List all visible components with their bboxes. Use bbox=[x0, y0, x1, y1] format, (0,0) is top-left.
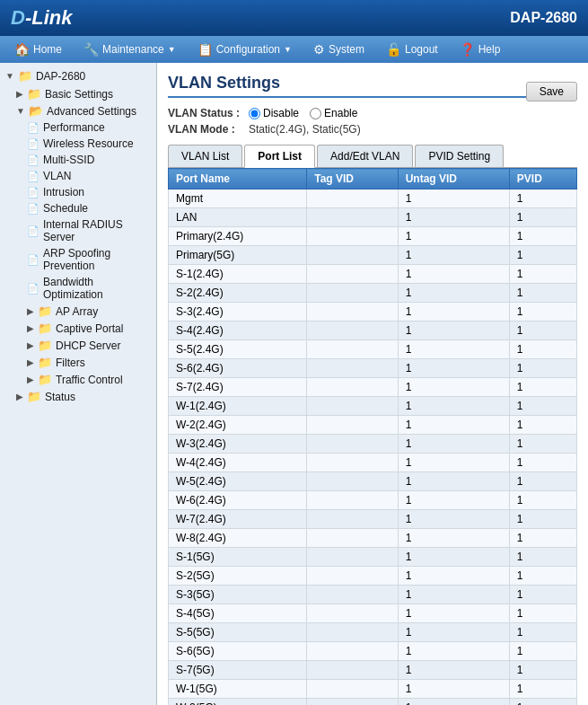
table-row: S-4(5G)11 bbox=[169, 604, 577, 623]
cell-port: S-2(5G) bbox=[169, 567, 307, 586]
radio-disable-input[interactable] bbox=[249, 108, 260, 119]
table-row: S-7(5G)11 bbox=[169, 661, 577, 680]
cell-pvid: 1 bbox=[509, 454, 576, 472]
cell-pvid: 1 bbox=[509, 586, 576, 604]
sidebar-item-multi-ssid[interactable]: 📄 Multi-SSID bbox=[22, 152, 156, 168]
sidebar-item-basic-settings[interactable]: ▶ 📁 Basic Settings bbox=[11, 85, 156, 102]
nav-system[interactable]: ⚙ System bbox=[303, 36, 375, 63]
cell-tag bbox=[307, 623, 398, 642]
sidebar-item-performance[interactable]: 📄 Performance bbox=[22, 119, 156, 136]
cell-tag bbox=[307, 586, 398, 604]
sidebar-item-wireless-resource[interactable]: 📄 Wireless Resource bbox=[22, 136, 156, 152]
sidebar-root-dap[interactable]: ▼ 📁 DAP-2680 bbox=[0, 66, 156, 85]
filters-expand-icon: ▶ bbox=[27, 357, 34, 367]
traffic-folder-icon: 📁 bbox=[38, 373, 52, 386]
cell-pvid: 1 bbox=[509, 680, 576, 699]
cell-untag: 1 bbox=[398, 189, 509, 208]
sidebar-item-vlan[interactable]: 📄 VLAN bbox=[22, 168, 156, 184]
cell-tag bbox=[307, 510, 398, 529]
table-row: S-5(5G)11 bbox=[169, 623, 577, 642]
table-row: W-4(2.4G)11 bbox=[169, 454, 577, 472]
cell-tag bbox=[307, 208, 398, 227]
basic-expand-icon: ▶ bbox=[16, 89, 23, 99]
nav-home[interactable]: 🏠 Home bbox=[4, 36, 73, 63]
cell-tag bbox=[307, 642, 398, 661]
table-row: S-3(2.4G)11 bbox=[169, 303, 577, 322]
sidebar-item-filters[interactable]: ▶ 📁 Filters bbox=[22, 354, 156, 371]
radio-enable[interactable]: Enable bbox=[310, 107, 357, 119]
col-tag-vid: Tag VID bbox=[307, 169, 398, 189]
tab-pvid-setting[interactable]: PVID Setting bbox=[415, 145, 504, 167]
sidebar-item-ap-array[interactable]: ▶ 📁 AP Array bbox=[22, 303, 156, 320]
top-header: D-Link DAP-2680 bbox=[0, 0, 588, 36]
nav-logout[interactable]: 🔓 Logout bbox=[375, 36, 449, 63]
cell-pvid: 1 bbox=[509, 491, 576, 510]
cell-port: S-5(5G) bbox=[169, 623, 307, 642]
cell-untag: 1 bbox=[398, 491, 509, 510]
cell-pvid: 1 bbox=[509, 265, 576, 284]
cell-pvid: 1 bbox=[509, 322, 576, 340]
cell-port: S-6(2.4G) bbox=[169, 359, 307, 378]
table-row: Primary(2.4G)11 bbox=[169, 227, 577, 246]
sidebar-item-arp-spoofing[interactable]: 📄 ARP Spoofing Prevention bbox=[22, 245, 156, 274]
table-row: W-8(2.4G)11 bbox=[169, 529, 577, 548]
cell-pvid: 1 bbox=[509, 416, 576, 435]
save-button[interactable]: Save bbox=[526, 82, 577, 101]
cell-port: S-1(5G) bbox=[169, 548, 307, 567]
radio-disable[interactable]: Disable bbox=[249, 107, 299, 119]
cell-pvid: 1 bbox=[509, 642, 576, 661]
cell-port: S-3(2.4G) bbox=[169, 303, 307, 322]
tab-add-edit-vlan[interactable]: Add/Edt VLAN bbox=[317, 145, 413, 167]
table-row: S-5(2.4G)11 bbox=[169, 340, 577, 359]
sidebar-item-intrusion[interactable]: 📄 Intrusion bbox=[22, 184, 156, 200]
vlan-doc-icon: 📄 bbox=[27, 171, 39, 182]
cell-pvid: 1 bbox=[509, 208, 576, 227]
nav-maintenance[interactable]: 🔧 Maintenance ▼ bbox=[73, 36, 187, 63]
sidebar-item-radius[interactable]: 📄 Internal RADIUS Server bbox=[22, 216, 156, 245]
nav-help[interactable]: ❓ Help bbox=[449, 36, 512, 63]
vlan-mode-row: VLAN Mode : Static(2.4G), Static(5G) bbox=[168, 123, 577, 136]
cell-pvid: 1 bbox=[509, 284, 576, 303]
cell-untag: 1 bbox=[398, 378, 509, 397]
tab-port-list[interactable]: Port List bbox=[244, 145, 315, 168]
cell-port: S-4(2.4G) bbox=[169, 322, 307, 340]
nav-configuration[interactable]: 📋 Configuration ▼ bbox=[187, 36, 303, 63]
table-row: W-5(2.4G)11 bbox=[169, 472, 577, 491]
cell-pvid: 1 bbox=[509, 472, 576, 491]
table-row: W-2(2.4G)11 bbox=[169, 416, 577, 435]
sidebar-item-captive-portal[interactable]: ▶ 📁 Captive Portal bbox=[22, 320, 156, 337]
cell-pvid: 1 bbox=[509, 246, 576, 265]
cell-tag bbox=[307, 604, 398, 623]
cell-tag bbox=[307, 529, 398, 548]
dhcp-folder-icon: 📁 bbox=[38, 339, 52, 352]
cell-tag bbox=[307, 699, 398, 706]
sidebar-item-dhcp[interactable]: ▶ 📁 DHCP Server bbox=[22, 337, 156, 354]
cell-tag bbox=[307, 435, 398, 454]
cell-port: Mgmt bbox=[169, 189, 307, 208]
cell-port: S-4(5G) bbox=[169, 604, 307, 623]
sidebar-item-bandwidth[interactable]: 📄 Bandwidth Optimization bbox=[22, 274, 156, 303]
table-row: W-1(5G)11 bbox=[169, 680, 577, 699]
cell-untag: 1 bbox=[398, 322, 509, 340]
cell-untag: 1 bbox=[398, 246, 509, 265]
cell-pvid: 1 bbox=[509, 435, 576, 454]
cell-port: Primary(2.4G) bbox=[169, 227, 307, 246]
captive-expand-icon: ▶ bbox=[27, 323, 34, 333]
cell-pvid: 1 bbox=[509, 699, 576, 706]
radio-enable-input[interactable] bbox=[310, 108, 321, 119]
cell-tag bbox=[307, 322, 398, 340]
wireless-doc-icon: 📄 bbox=[27, 138, 39, 150]
advanced-folder-icon: 📂 bbox=[29, 104, 43, 118]
cell-tag bbox=[307, 340, 398, 359]
sidebar-item-advanced-settings[interactable]: ▼ 📂 Advanced Settings bbox=[11, 102, 156, 119]
schedule-doc-icon: 📄 bbox=[27, 203, 39, 215]
tab-vlan-list[interactable]: VLAN List bbox=[168, 145, 242, 167]
sidebar-item-traffic-control[interactable]: ▶ 📁 Traffic Control bbox=[22, 371, 156, 388]
cell-tag bbox=[307, 189, 398, 208]
cell-port: W-1(2.4G) bbox=[169, 397, 307, 416]
sidebar-item-schedule[interactable]: 📄 Schedule bbox=[22, 200, 156, 216]
cell-pvid: 1 bbox=[509, 623, 576, 642]
root-folder-icon: 📁 bbox=[18, 69, 32, 83]
cell-port: LAN bbox=[169, 208, 307, 227]
sidebar-item-status[interactable]: ▶ 📁 Status bbox=[11, 388, 156, 405]
